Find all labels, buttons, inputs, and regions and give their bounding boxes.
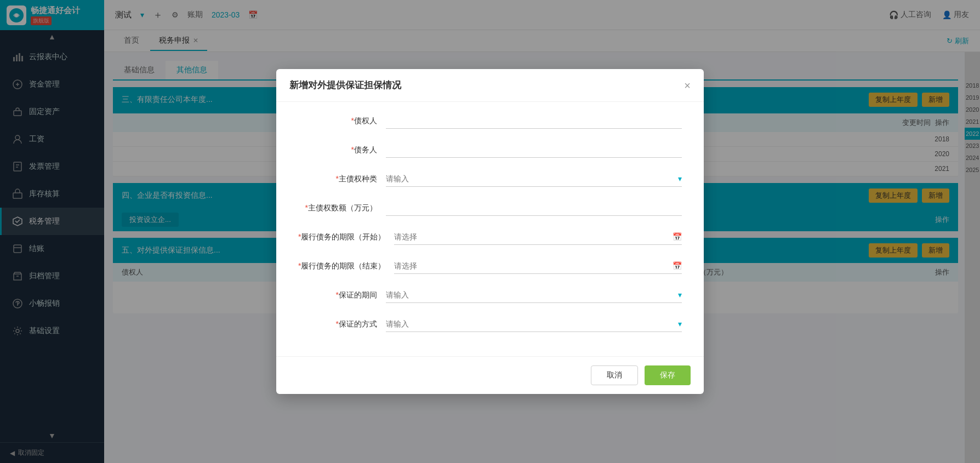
date-period-start[interactable]: 📅 [394,229,682,245]
select-guarantee-period[interactable]: ▾ [386,287,682,303]
chevron-down-icon-g-method: ▾ [678,319,682,328]
modal-footer: 取消 保存 [276,356,704,394]
chevron-down-icon-debt-type: ▾ [678,174,682,183]
label-guarantee-period: *保证的期间 [298,290,386,300]
calendar-start-icon[interactable]: 📅 [673,232,682,241]
date-end-input[interactable] [394,261,673,270]
form-group-guarantee-period: *保证的期间 ▾ [298,287,682,303]
modal-close-button[interactable]: × [684,80,691,91]
modal-title: 新增对外提供保证担保情况 [289,79,401,92]
modal-dialog: 新增对外提供保证担保情况 × *债权人 *债务人 [276,69,704,394]
select-guarantee-method[interactable]: ▾ [386,316,682,332]
form-group-debt-type: *主债权种类 ▾ [298,171,682,187]
select-debt-type[interactable]: ▾ [386,171,682,187]
modal-overlay: 新增对外提供保证担保情况 × *债权人 *债务人 [0,0,980,463]
input-creditor[interactable] [386,113,682,129]
date-start-input[interactable] [394,232,673,241]
date-period-end[interactable]: 📅 [394,258,682,274]
modal-body: *债权人 *债务人 *主债权种类 [276,102,704,356]
calendar-end-icon[interactable]: 📅 [673,261,682,270]
guarantee-method-input[interactable] [386,319,678,328]
modal-header: 新增对外提供保证担保情况 × [276,69,704,102]
label-period-end: *履行债务的期限（结束） [298,261,394,271]
label-debt-amount: *主债权数额（万元） [298,203,386,213]
guarantee-period-input[interactable] [386,290,678,299]
save-button[interactable]: 保存 [645,365,691,385]
input-debtor[interactable] [386,142,682,158]
form-group-guarantee-method: *保证的方式 ▾ [298,316,682,332]
input-debt-amount[interactable] [386,200,682,216]
form-group-debt-amount: *主债权数额（万元） [298,200,682,216]
cancel-button[interactable]: 取消 [591,365,638,385]
form-group-period-end: *履行债务的期限（结束） 📅 [298,258,682,274]
form-group-creditor: *债权人 [298,113,682,129]
label-debtor: *债务人 [298,145,386,155]
label-period-start: *履行债务的期限（开始） [298,232,394,242]
label-debt-type: *主债权种类 [298,174,386,184]
label-guarantee-method: *保证的方式 [298,319,386,329]
label-creditor: *债权人 [298,116,386,126]
debt-type-input[interactable] [386,174,678,183]
form-group-period-start: *履行债务的期限（开始） 📅 [298,229,682,245]
form-group-debtor: *债务人 [298,142,682,158]
chevron-down-icon-g-period: ▾ [678,290,682,299]
